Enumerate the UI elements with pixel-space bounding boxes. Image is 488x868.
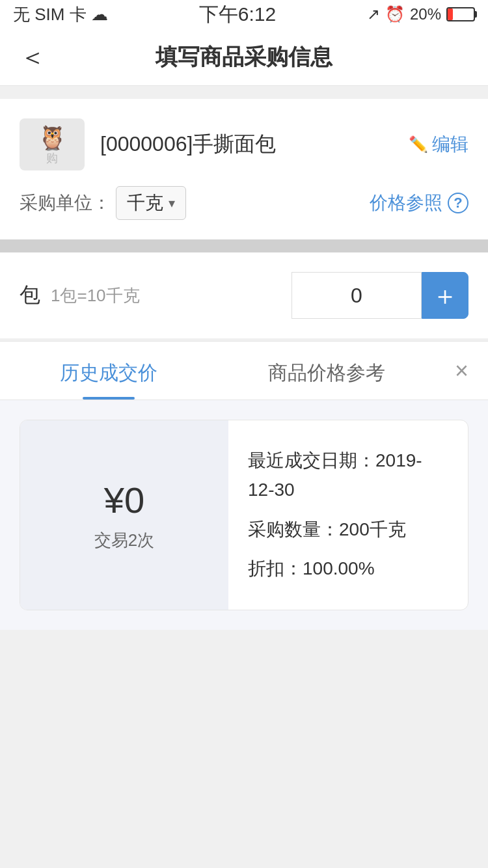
edit-icon: ✏️ bbox=[409, 135, 428, 154]
product-header: 🦉 购 [0000006]手撕面包 ✏️ 编辑 bbox=[20, 118, 468, 170]
recent-date-label: 最近成交日期： bbox=[248, 450, 375, 470]
location-icon: ↗ bbox=[367, 5, 380, 23]
discount-row: 折扣：100.00% bbox=[248, 554, 448, 584]
help-icon: ? bbox=[448, 193, 468, 213]
unit-value: 千克 bbox=[127, 191, 163, 215]
alarm-icon: ⏰ bbox=[385, 5, 405, 23]
discount-label: 折扣： bbox=[248, 558, 303, 578]
product-card: 🦉 购 [0000006]手撕面包 ✏️ 编辑 采购单位： 千克 ▾ 价格参照 … bbox=[0, 99, 488, 239]
unit-select[interactable]: 千克 ▾ bbox=[116, 186, 186, 220]
close-button[interactable]: × bbox=[435, 344, 488, 398]
nav-bar: ＜ 填写商品采购信息 bbox=[0, 29, 488, 86]
edit-button[interactable]: ✏️ 编辑 bbox=[409, 132, 468, 157]
status-time: 下午6:12 bbox=[199, 1, 276, 28]
price-record-card: ¥0 交易2次 最近成交日期：2019-12-30 采购数量：200千克 折扣：… bbox=[20, 420, 468, 610]
page-title: 填写商品采购信息 bbox=[59, 42, 429, 72]
product-unit-row: 采购单位： 千克 ▾ 价格参照 ? bbox=[20, 186, 468, 220]
package-icon: 包 bbox=[20, 281, 40, 310]
quantity-control: ＋ bbox=[291, 272, 468, 319]
bottom-panel: 历史成交价 商品价格参考 × ¥0 交易2次 最近成交日期：2019-12-30… bbox=[0, 341, 488, 630]
battery-indicator bbox=[446, 7, 475, 21]
tab-price-ref[interactable]: 商品价格参考 bbox=[217, 342, 435, 400]
price-summary-left: ¥0 交易2次 bbox=[20, 420, 228, 610]
product-name: [0000006]手撕面包 bbox=[100, 130, 409, 159]
status-left: 无 SIM 卡 ☁ bbox=[13, 3, 108, 26]
purchase-qty-value: 200千克 bbox=[339, 519, 406, 539]
tabs-row: 历史成交价 商品价格参考 × bbox=[0, 342, 488, 400]
quantity-increment-button[interactable]: ＋ bbox=[422, 272, 468, 319]
purchase-qty-label: 采购数量： bbox=[248, 519, 339, 539]
price-details-right: 最近成交日期：2019-12-30 采购数量：200千克 折扣：100.00% bbox=[228, 420, 468, 610]
quantity-unit-info: 包 1包=10千克 bbox=[20, 281, 140, 310]
price-ref-label: 价格参照 bbox=[370, 191, 442, 215]
battery-percent: 20% bbox=[410, 5, 441, 23]
pkg-conversion-label: 1包=10千克 bbox=[51, 284, 140, 307]
tab-history-price[interactable]: 历史成交价 bbox=[0, 342, 217, 400]
chevron-down-icon: ▾ bbox=[169, 195, 175, 211]
price-amount: ¥0 bbox=[104, 479, 144, 521]
quantity-input[interactable] bbox=[291, 272, 422, 319]
status-right: ↗ ⏰ 20% bbox=[367, 5, 475, 23]
product-image: 🦉 购 bbox=[20, 118, 85, 170]
product-thumbnail-icon: 🦉 购 bbox=[38, 124, 67, 166]
section-divider bbox=[0, 239, 488, 252]
panel-content: ¥0 交易2次 最近成交日期：2019-12-30 采购数量：200千克 折扣：… bbox=[0, 400, 488, 630]
trade-count: 交易2次 bbox=[94, 529, 154, 552]
tab-price-ref-label: 商品价格参考 bbox=[268, 362, 385, 383]
recent-date-row: 最近成交日期：2019-12-30 bbox=[248, 446, 448, 505]
quantity-row: 包 1包=10千克 ＋ bbox=[0, 252, 488, 338]
purchase-qty-row: 采购数量：200千克 bbox=[248, 515, 448, 545]
sim-label: 无 SIM 卡 ☁ bbox=[13, 3, 108, 26]
tab-history-label: 历史成交价 bbox=[60, 362, 157, 383]
edit-label: 编辑 bbox=[432, 132, 468, 157]
unit-label: 采购单位： bbox=[20, 191, 111, 215]
discount-value: 100.00% bbox=[303, 558, 375, 578]
back-button[interactable]: ＜ bbox=[20, 33, 59, 81]
battery-fill bbox=[448, 8, 453, 20]
tab-active-indicator bbox=[83, 397, 135, 400]
price-ref-button[interactable]: 价格参照 ? bbox=[370, 191, 468, 215]
status-bar: 无 SIM 卡 ☁ 下午6:12 ↗ ⏰ 20% bbox=[0, 0, 488, 29]
